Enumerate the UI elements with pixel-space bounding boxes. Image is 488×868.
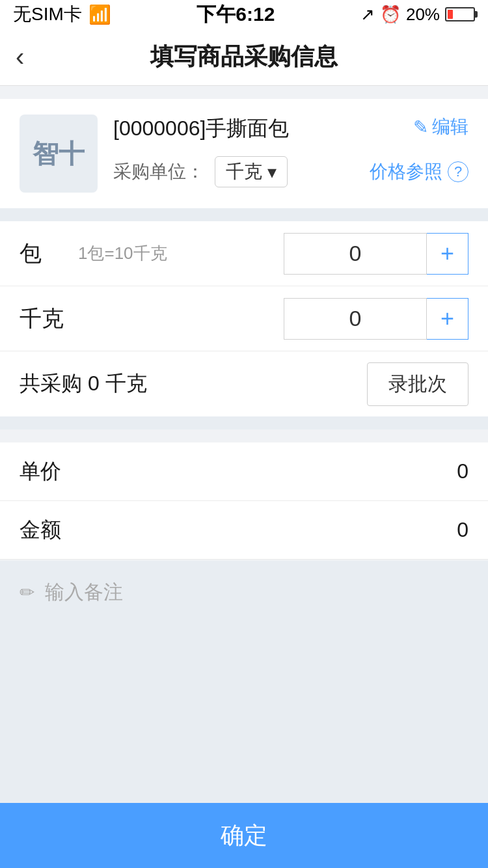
page-title: 填写商品采购信息	[150, 41, 338, 73]
amount-value: 0	[457, 518, 468, 542]
unit-label: 采购单位：	[113, 159, 204, 184]
battery-fill	[448, 10, 453, 19]
unit-price-row: 单价 0	[0, 442, 488, 501]
input-section: 包 1包=10千克 + 千克 +	[0, 221, 488, 351]
back-button[interactable]: ‹	[16, 42, 24, 72]
record-batch-button[interactable]: 录批次	[367, 362, 468, 406]
product-card: 智十 [0000006]手撕面包 采购单位： 千克 ▾ 价格参照 ? ✎ 编辑	[0, 99, 488, 208]
nav-bar: ‹ 填写商品采购信息	[0, 29, 488, 86]
battery-percent: 20%	[406, 5, 440, 25]
status-right: ↗ ⏰ 20%	[360, 5, 475, 25]
pencil-icon: ✏	[20, 582, 34, 603]
amount-label: 金额	[20, 516, 61, 545]
location-icon: ↗	[360, 5, 375, 25]
unit-price-value: 0	[457, 459, 468, 483]
price-ref-button[interactable]: 价格参照 ?	[370, 159, 468, 184]
edit-button[interactable]: ✎ 编辑	[413, 115, 468, 139]
unit-price-label: 单价	[20, 457, 61, 486]
status-left: 无SIM卡 📶	[13, 2, 111, 27]
edit-label: 编辑	[432, 115, 468, 139]
unit-value: 千克	[226, 159, 262, 184]
product-image-label: 智十	[33, 136, 85, 172]
edit-icon: ✎	[413, 116, 428, 138]
notes-placeholder: 输入备注	[45, 579, 123, 606]
wifi-icon: 📶	[88, 4, 111, 25]
section-divider-2	[0, 416, 488, 429]
battery-icon	[445, 7, 475, 21]
unit-select[interactable]: 千克 ▾	[215, 156, 288, 187]
notes-section[interactable]: ✏ 输入备注	[0, 561, 488, 624]
status-time: 下午6:12	[197, 1, 275, 28]
status-bar: 无SIM卡 📶 下午6:12 ↗ ⏰ 20%	[0, 0, 488, 29]
bao-input[interactable]	[284, 233, 427, 275]
confirm-button[interactable]: 确定	[0, 803, 488, 868]
bao-controls: +	[284, 233, 468, 275]
bao-sublabel: 1包=10千克	[78, 242, 167, 265]
carrier-text: 无SIM卡	[13, 2, 82, 27]
bao-label: 包	[20, 239, 72, 269]
help-icon: ?	[448, 161, 468, 182]
alarm-icon: ⏰	[380, 5, 401, 25]
product-image: 智十	[20, 115, 98, 193]
product-meta: 采购单位： 千克 ▾ 价格参照 ?	[113, 156, 468, 187]
price-ref-label: 价格参照	[370, 159, 442, 184]
summary-row: 共采购 0 千克 录批次	[0, 351, 488, 416]
kg-label: 千克	[20, 304, 72, 334]
bao-input-row: 包 1包=10千克 +	[0, 221, 488, 286]
price-section: 单价 0 金额 0	[0, 442, 488, 560]
bao-plus-button[interactable]: +	[427, 233, 468, 275]
section-divider-1	[0, 208, 488, 221]
amount-row: 金额 0	[0, 501, 488, 560]
kg-input-row: 千克 +	[0, 286, 488, 351]
chevron-down-icon: ▾	[267, 161, 277, 183]
summary-text: 共采购 0 千克	[20, 370, 147, 398]
kg-controls: +	[284, 298, 468, 340]
kg-input[interactable]	[284, 298, 427, 340]
kg-plus-button[interactable]: +	[427, 298, 468, 340]
